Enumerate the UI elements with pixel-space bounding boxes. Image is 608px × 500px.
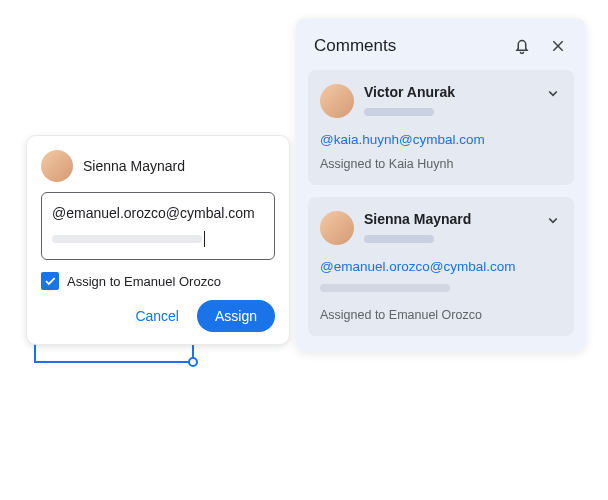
expand-toggle[interactable] [544, 211, 562, 233]
close-button[interactable] [548, 36, 568, 56]
comment-mention[interactable]: @emanuel.orozco@cymbal.com [320, 259, 562, 274]
placeholder-line [52, 235, 202, 243]
new-comment-dialog: Sienna Maynard @emanuel.orozco@cymbal.co… [26, 135, 290, 345]
assigned-to-text: Assigned to Kaia Huynh [320, 157, 562, 171]
author-name: Sienna Maynard [83, 158, 185, 174]
chevron-down-icon [544, 84, 562, 102]
timestamp-placeholder [364, 235, 434, 243]
comment-mention[interactable]: @kaia.huynh@cymbal.com [320, 132, 562, 147]
comment-card[interactable]: Sienna Maynard @emanuel.orozco@cymbal.co… [308, 197, 574, 336]
assign-checkbox-label: Assign to Emanuel Orozco [67, 274, 221, 289]
comment-card[interactable]: Victor Anurak @kaia.huynh@cymbal.com Ass… [308, 70, 574, 185]
mention-text: @emanuel.orozco@cymbal.com [52, 205, 264, 221]
text-caret [204, 231, 205, 247]
notifications-button[interactable] [510, 34, 534, 58]
comment-input[interactable]: @emanuel.orozco@cymbal.com [41, 192, 275, 260]
assign-button[interactable]: Assign [197, 300, 275, 332]
comments-panel: Comments Victor Anurak [296, 18, 586, 352]
chevron-down-icon [544, 211, 562, 229]
close-icon [550, 38, 566, 54]
cancel-button[interactable]: Cancel [123, 300, 191, 332]
avatar [320, 211, 354, 245]
comment-author: Sienna Maynard [364, 211, 534, 227]
assign-checkbox-row[interactable]: Assign to Emanuel Orozco [41, 272, 275, 290]
expand-toggle[interactable] [544, 84, 562, 106]
assign-checkbox[interactable] [41, 272, 59, 290]
selection-handle[interactable] [188, 357, 198, 367]
bell-icon [512, 36, 532, 56]
comment-author: Victor Anurak [364, 84, 534, 100]
assigned-to-text: Assigned to Emanuel Orozco [320, 308, 562, 322]
check-icon [43, 274, 57, 288]
panel-title: Comments [314, 36, 396, 56]
avatar [320, 84, 354, 118]
body-placeholder [320, 284, 450, 292]
timestamp-placeholder [364, 108, 434, 116]
avatar [41, 150, 73, 182]
